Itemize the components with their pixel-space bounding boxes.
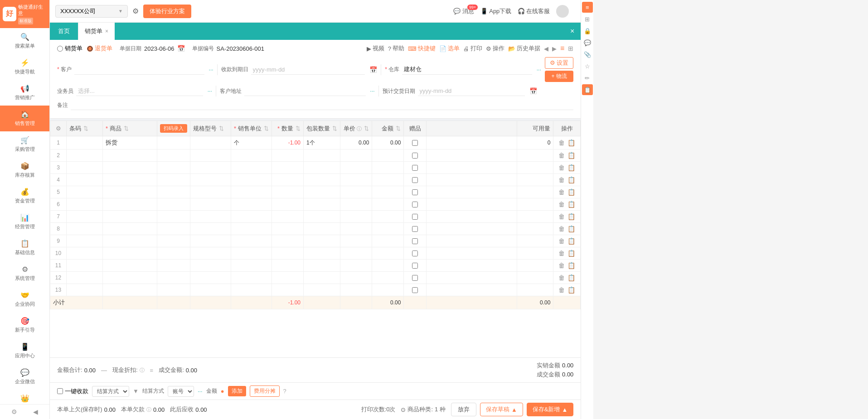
copy-icon[interactable]: 📋 [567, 201, 575, 208]
sidebar-item-guide[interactable]: 🎯 新手引导 [0, 312, 49, 338]
copy-icon[interactable]: 📋 [567, 213, 575, 220]
sort-icon[interactable]: ⇅ [364, 125, 369, 132]
settings-btn[interactable]: ⚙ 设置 [545, 57, 574, 69]
row-barcode[interactable] [67, 149, 103, 162]
trial-btn[interactable]: 体验行业方案 [143, 5, 191, 18]
row-qty[interactable] [272, 272, 304, 284]
row-qty[interactable]: -1.00 [272, 136, 304, 149]
row-qty[interactable] [272, 211, 304, 223]
delete-icon[interactable]: 🗑 [558, 262, 565, 269]
payment-account-select[interactable]: 账号 [168, 386, 194, 397]
expected-date-cal-icon[interactable]: 📅 [529, 87, 537, 95]
row-gift[interactable] [404, 272, 427, 284]
row-barcode[interactable] [67, 284, 103, 296]
delete-icon[interactable]: 🗑 [558, 250, 565, 257]
row-product[interactable] [103, 174, 157, 186]
sort-icon[interactable]: ⇅ [124, 125, 129, 132]
row-spec[interactable] [190, 162, 231, 174]
row-product[interactable] [103, 284, 157, 296]
note-input[interactable] [71, 100, 573, 110]
row-spec[interactable] [190, 235, 231, 247]
copy-icon[interactable]: 📋 [567, 164, 575, 171]
row-barcode[interactable] [67, 162, 103, 174]
right-panel-comment[interactable]: 💬 [582, 37, 593, 48]
sidebar-item-quicknav[interactable]: ⚡ 快捷导航 [0, 54, 49, 80]
delete-icon[interactable]: 🗑 [558, 201, 565, 208]
history-btn[interactable]: 📂 历史单据 [508, 44, 540, 53]
return-radio-input[interactable] [87, 46, 93, 52]
row-price[interactable] [340, 223, 372, 235]
row-gift[interactable] [404, 235, 427, 247]
row-gift[interactable] [404, 223, 427, 235]
tabbar-close-btn[interactable]: × [564, 27, 581, 35]
add-payment-btn[interactable]: 添加 [228, 386, 246, 396]
row-qty[interactable] [272, 149, 304, 162]
row-qty[interactable] [272, 247, 304, 260]
row-gift[interactable] [404, 284, 427, 296]
row-spec[interactable] [190, 247, 231, 260]
row-gift[interactable] [404, 260, 427, 272]
row-barcode[interactable] [67, 198, 103, 211]
row-qty[interactable] [272, 186, 304, 198]
nav-next-icon[interactable]: ▶ [552, 45, 557, 52]
logistics-btn[interactable]: + 物流 [545, 71, 574, 82]
row-product[interactable] [103, 272, 157, 284]
sidebar-item-appstore[interactable]: 📱 应用中心 [0, 338, 49, 364]
sale-type-radio[interactable]: 销货单 [57, 44, 82, 53]
right-panel-grid-view[interactable]: ⊞ [582, 14, 593, 24]
right-panel-attachment[interactable]: 📎 [582, 49, 593, 60]
sort-icon[interactable]: ⇅ [396, 125, 401, 132]
row-product[interactable]: 拆货 [103, 136, 157, 149]
right-panel-orange-action[interactable]: 📋 [582, 84, 593, 95]
sidebar-item-search[interactable]: 🔍 搜索菜单 [0, 28, 49, 54]
delete-icon[interactable]: 🗑 [558, 225, 565, 232]
delete-icon[interactable]: 🗑 [558, 237, 565, 245]
row-price[interactable] [340, 247, 372, 260]
copy-icon[interactable]: 📋 [567, 176, 575, 183]
choose-btn[interactable]: 📄 选单 [439, 44, 460, 53]
row-price[interactable] [340, 284, 372, 296]
right-panel-lock[interactable]: 🔒 [582, 25, 593, 36]
row-qty[interactable] [272, 284, 304, 296]
sidebar-item-inventory[interactable]: 📦 库存核算 [0, 157, 49, 183]
delete-icon[interactable]: 🗑 [558, 274, 565, 281]
sidebar-item-basic[interactable]: 📋 基础信息 [0, 235, 49, 260]
sort-icon[interactable]: ⇅ [219, 125, 224, 132]
sidebar-item-wechat[interactable]: 💬 企业微信 [0, 364, 49, 390]
expected-date-input[interactable] [418, 86, 525, 96]
copy-icon[interactable]: 📋 [567, 152, 575, 159]
tab-close-icon[interactable]: × [105, 28, 108, 34]
customer-addr-dots-btn[interactable]: ··· [370, 88, 375, 94]
sidebar-item-operations[interactable]: 📊 经营管理 [0, 209, 49, 235]
row-gift[interactable] [404, 162, 427, 174]
video-btn[interactable]: ▶ 视频 [367, 44, 384, 53]
salesperson-dots-btn[interactable]: ··· [208, 88, 212, 94]
copy-icon[interactable]: 📋 [567, 250, 575, 257]
row-spec[interactable] [190, 260, 231, 272]
customer-addr-input[interactable] [244, 86, 366, 96]
row-price[interactable] [340, 162, 372, 174]
sidebar-item-sales[interactable]: 🏠 销售管理 [0, 106, 49, 131]
sidebar-item-marketing[interactable]: 📢 营销推广 [0, 80, 49, 106]
company-selector[interactable]: XXXXXX公司 ▼ [55, 5, 128, 18]
sort-icon[interactable]: ⇅ [332, 125, 337, 132]
message-btn[interactable]: 💬 消息 99+ [453, 7, 474, 15]
row-spec[interactable] [190, 272, 231, 284]
copy-icon[interactable]: 📋 [567, 188, 575, 196]
help-btn[interactable]: ? 帮助 [388, 44, 404, 53]
one-click-payment-check[interactable]: 一键收款 [57, 387, 88, 395]
row-product[interactable] [103, 162, 157, 174]
right-panel-pen[interactable]: ✏ [582, 72, 593, 83]
nav-prev-icon[interactable]: ◀ [544, 45, 548, 52]
scan-btn[interactable]: 扫码录入 [160, 124, 187, 133]
delete-icon[interactable]: 🗑 [558, 164, 565, 171]
copy-icon[interactable]: 📋 [567, 274, 575, 281]
save-new-btn[interactable]: 保存&新增 ▲ [527, 403, 574, 416]
row-product[interactable] [103, 186, 157, 198]
delete-icon[interactable]: 🗑 [558, 286, 565, 294]
row-spec[interactable] [190, 223, 231, 235]
return-type-radio[interactable]: 退货单 [87, 44, 112, 53]
sidebar-item-purchase[interactable]: 🛒 采购管理 [0, 131, 49, 157]
online-service-btn[interactable]: 🎧 在线客服 [518, 7, 550, 15]
warehouse-input[interactable] [402, 65, 532, 75]
